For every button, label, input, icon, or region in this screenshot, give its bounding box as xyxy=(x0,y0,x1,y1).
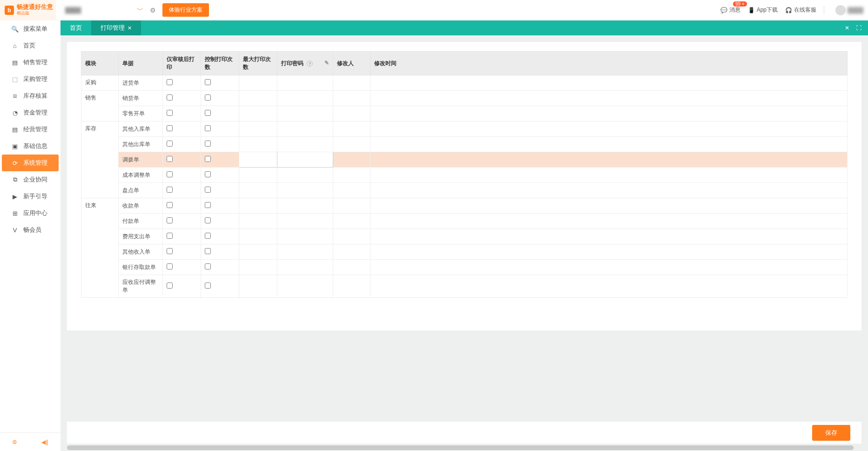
table-row: 盘点单 xyxy=(81,183,848,198)
checkbox[interactable] xyxy=(167,202,173,208)
user-menu[interactable]: ████ xyxy=(832,5,863,15)
checkbox[interactable] xyxy=(205,217,211,223)
cell-mod-time xyxy=(370,152,848,168)
messages-badge: 99 + xyxy=(733,1,747,7)
messages-link[interactable]: 💬 消息 99 + xyxy=(720,6,740,14)
cell-pwd xyxy=(277,275,333,298)
cell-doc: 零售开单 xyxy=(119,106,163,121)
checkbox[interactable] xyxy=(167,233,173,239)
sidebar-footer: ⚙ ◀∥ xyxy=(0,432,61,451)
cell-audit-only xyxy=(163,244,201,260)
checkbox[interactable] xyxy=(167,283,173,289)
sidebar-item-7[interactable]: ▣基础信息 xyxy=(0,138,61,155)
edit-icon[interactable]: ✎ xyxy=(324,60,329,66)
cell-pwd xyxy=(277,183,333,198)
checkbox[interactable] xyxy=(205,171,211,177)
checkbox[interactable] xyxy=(167,125,173,131)
cell-modifier xyxy=(333,198,370,214)
checkbox[interactable] xyxy=(205,125,211,131)
horizontal-scrollbar[interactable] xyxy=(67,445,861,450)
col-modifier: 修改人 xyxy=(333,52,370,75)
cell-pwd xyxy=(277,75,333,91)
sidebar-item-11[interactable]: ⊞应用中心 xyxy=(0,205,61,222)
cell-max-count xyxy=(239,229,277,244)
sidebar-item-9[interactable]: ⧉企业协同 xyxy=(0,171,61,188)
checkbox[interactable] xyxy=(205,79,211,85)
support-link[interactable]: 🎧 在线客服 xyxy=(785,6,816,14)
tab-1[interactable]: 打印管理✕ xyxy=(91,20,141,35)
collapse-icon[interactable]: ◀∥ xyxy=(41,439,48,445)
sidebar-item-5[interactable]: ◔资金管理 xyxy=(0,104,61,121)
industry-solution-button[interactable]: 体验行业方案 xyxy=(162,3,209,17)
help-icon[interactable]: ? xyxy=(307,61,313,67)
checkbox[interactable] xyxy=(167,217,173,223)
sidebar-item-label: 应用中心 xyxy=(23,209,47,217)
logo-sub: 精品版 xyxy=(17,10,53,16)
app-download-link[interactable]: 📱 App下载 xyxy=(748,6,778,14)
checkbox[interactable] xyxy=(205,202,211,208)
checkbox[interactable] xyxy=(167,94,173,101)
cell-ctrl-count xyxy=(201,91,239,106)
fullscreen-icon[interactable]: ⛶ xyxy=(856,25,861,31)
cell-mod-time xyxy=(370,137,848,152)
sidebar-item-1[interactable]: ⌂首页 xyxy=(0,37,61,54)
cell-ctrl-count xyxy=(201,229,239,244)
cell-mod-time xyxy=(370,244,848,260)
checkbox[interactable] xyxy=(167,248,173,254)
sidebar-item-0[interactable]: 🔍搜索菜单 xyxy=(0,20,61,37)
sidebar-item-2[interactable]: ▤销售管理 xyxy=(0,54,61,71)
settings-icon[interactable]: ⚙ xyxy=(12,439,17,445)
sidebar-item-4[interactable]: ⧇库存核算 xyxy=(0,88,61,104)
sidebar-item-10[interactable]: ▶新手引导 xyxy=(0,188,61,205)
header-right: 💬 消息 99 + 📱 App下载 🎧 在线客服 ████ xyxy=(720,5,863,15)
tab-0[interactable]: 首页 xyxy=(61,20,91,35)
logo-icon: b xyxy=(5,6,14,15)
sidebar-item-label: 搜索菜单 xyxy=(23,25,47,33)
cell-module: 采购 xyxy=(81,75,119,91)
close-all-icon[interactable]: ✕ xyxy=(845,25,849,31)
checkbox[interactable] xyxy=(167,187,173,193)
chevron-down-icon[interactable]: ﹀ xyxy=(137,6,143,14)
checkbox[interactable] xyxy=(167,263,173,269)
sidebar-item-3[interactable]: ⬚采购管理 xyxy=(0,71,61,88)
cell-doc: 销货单 xyxy=(119,91,163,106)
sidebar-item-icon: ⧇ xyxy=(11,92,19,100)
sidebar-item-8[interactable]: ⟳系统管理 xyxy=(2,155,59,171)
cell-pwd[interactable] xyxy=(277,152,333,168)
checkbox[interactable] xyxy=(167,171,173,177)
close-icon[interactable]: ✕ xyxy=(128,25,132,31)
checkbox[interactable] xyxy=(205,248,211,254)
sidebar-item-icon: ⊞ xyxy=(11,210,19,217)
cell-max-count[interactable] xyxy=(239,152,277,168)
checkbox[interactable] xyxy=(167,141,173,147)
cell-max-count xyxy=(239,121,277,137)
checkbox[interactable] xyxy=(205,94,211,101)
checkbox[interactable] xyxy=(205,283,211,289)
scrollbar-thumb[interactable] xyxy=(67,445,854,450)
checkbox[interactable] xyxy=(167,156,173,162)
checkbox[interactable] xyxy=(205,156,211,162)
checkbox[interactable] xyxy=(205,233,211,239)
tab-label: 首页 xyxy=(70,24,82,32)
cell-modifier xyxy=(333,275,370,298)
checkbox[interactable] xyxy=(205,187,211,193)
checkbox[interactable] xyxy=(167,79,173,85)
checkbox[interactable] xyxy=(205,110,211,116)
sidebar-item-label: 新手引导 xyxy=(23,192,47,201)
cell-max-count xyxy=(239,168,277,183)
checkbox[interactable] xyxy=(205,263,211,269)
checkbox[interactable] xyxy=(205,141,211,147)
sidebar-item-icon: ⬚ xyxy=(11,76,19,83)
save-button[interactable]: 保存 xyxy=(812,425,850,441)
cell-audit-only xyxy=(163,168,201,183)
cell-ctrl-count xyxy=(201,244,239,260)
cell-modifier xyxy=(333,168,370,183)
sidebar-item-6[interactable]: ▤经营管理 xyxy=(0,121,61,138)
checkbox[interactable] xyxy=(167,110,173,116)
cell-pwd xyxy=(277,260,333,275)
company-selector[interactable]: ████ xyxy=(65,7,81,13)
sidebar-item-12[interactable]: V畅会员 xyxy=(0,222,61,238)
cell-audit-only xyxy=(163,214,201,229)
messages-label: 消息 xyxy=(729,6,740,14)
gear-icon[interactable]: ⚙ xyxy=(150,7,156,14)
